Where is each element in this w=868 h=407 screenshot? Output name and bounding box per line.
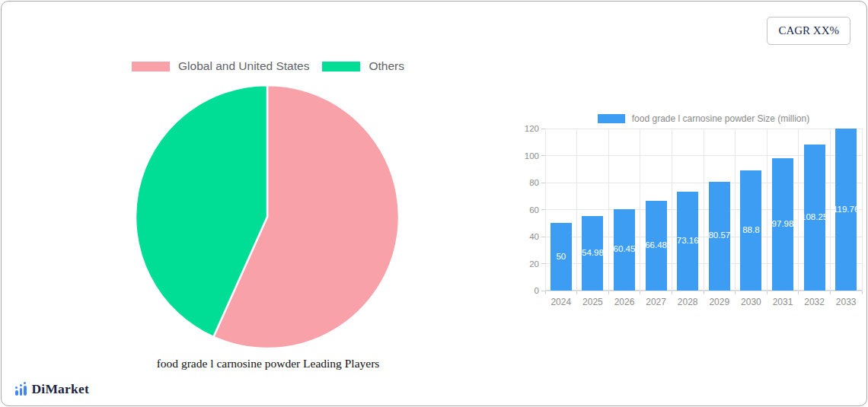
bar-value-label: 60.45	[609, 244, 640, 253]
x-tick-label: 2025	[577, 297, 609, 307]
pie-caption: food grade l carnosine powder Leading Pl…	[2, 357, 535, 370]
bar-value-label: 108.25	[799, 212, 830, 221]
cagr-badge[interactable]: CAGR XX%	[767, 17, 850, 45]
y-tick-label: 120	[499, 124, 539, 133]
bar-value-label: 119.76	[831, 205, 861, 214]
x-tick-mark	[640, 291, 640, 294]
v-gridline	[545, 129, 546, 291]
x-tick-mark	[798, 291, 799, 294]
x-tick-mark	[704, 291, 704, 294]
y-tick-label: 60	[499, 205, 539, 215]
x-tick-label: 2029	[704, 297, 736, 307]
legend-swatch-others	[322, 62, 360, 72]
report-card: CAGR XX% Global and United States Others…	[1, 1, 867, 406]
y-tick-label: 100	[499, 151, 539, 161]
bar-legend-label: food grade l carnosine powder Size (mill…	[632, 113, 809, 124]
x-tick-mark	[672, 291, 672, 294]
y-tick-label: 20	[499, 259, 539, 269]
x-tick-label: 2024	[545, 297, 577, 307]
bar-chart: food grade l carnosine powder Size (mill…	[527, 109, 868, 314]
x-tick-label: 2030	[736, 297, 767, 307]
bar-value-label: 50	[546, 252, 576, 261]
x-tick-mark	[608, 291, 609, 294]
x-tick-mark	[862, 291, 863, 294]
v-gridline	[704, 129, 704, 291]
bar-value-label: 88.8	[736, 225, 766, 234]
legend-item-others[interactable]: Others	[322, 59, 404, 73]
bar-value-label: 97.98	[767, 219, 798, 228]
bar-chart-icon	[15, 383, 27, 396]
x-tick-mark	[735, 291, 736, 294]
brand-name: DiMarket	[32, 381, 89, 397]
x-tick-label: 2033	[830, 297, 862, 307]
x-tick-label: 2028	[672, 297, 704, 307]
bar-chart-legend[interactable]: food grade l carnosine powder Size (mill…	[545, 113, 862, 124]
legend-label-others: Others	[369, 59, 404, 73]
pie-chart-svg	[133, 83, 401, 351]
bar-plot: 02040608010012050202454.98202560.4520266…	[545, 129, 862, 291]
v-gridline	[735, 129, 736, 291]
legend-label-global-us: Global and United States	[178, 59, 309, 73]
bar-value-label: 54.98	[577, 248, 608, 257]
v-gridline	[767, 129, 767, 291]
legend-swatch-global-us	[132, 62, 170, 72]
y-tick-label: 40	[499, 232, 539, 241]
y-tick-label: 0	[499, 286, 539, 295]
brand-logo: DiMarket	[15, 381, 89, 397]
v-gridline	[862, 129, 863, 291]
x-tick-mark	[767, 291, 767, 294]
v-gridline	[608, 129, 609, 291]
v-gridline	[576, 129, 577, 291]
y-tick-label: 80	[499, 178, 539, 187]
bar-legend-swatch	[598, 114, 625, 123]
x-tick-mark	[576, 291, 577, 294]
x-tick-label: 2027	[640, 297, 672, 307]
x-tick-mark	[830, 291, 831, 294]
legend-item-global-us[interactable]: Global and United States	[132, 59, 309, 73]
bar-value-label: 80.57	[704, 231, 735, 240]
pie-legend: Global and United States Others	[2, 59, 535, 73]
x-tick-label: 2032	[799, 297, 831, 307]
v-gridline	[798, 129, 799, 291]
x-tick-label: 2031	[767, 297, 799, 307]
bar-value-label: 73.16	[672, 236, 703, 245]
bar-value-label: 66.48	[641, 240, 672, 250]
x-tick-label: 2026	[608, 297, 640, 307]
x-tick-mark	[545, 291, 546, 294]
pie-chart	[133, 83, 401, 351]
v-gridline	[672, 129, 672, 291]
v-gridline	[640, 129, 640, 291]
